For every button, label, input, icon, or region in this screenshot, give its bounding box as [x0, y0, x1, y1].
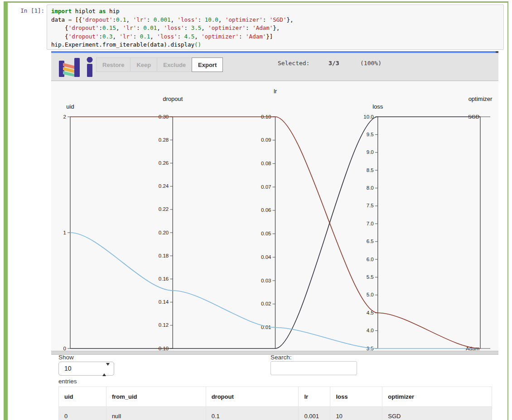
axis-lr: lr0.100.090.080.070.060.050.040.030.020.… [261, 88, 277, 348]
axis-tick-label: 0.06 [261, 207, 271, 213]
code-token: 4.5 [184, 33, 195, 40]
column-header-from_uid[interactable]: from_uid [106, 387, 206, 407]
logo-i-bar [87, 64, 92, 77]
selected-count: 3/3 [328, 60, 339, 67]
axis-tick-label: 1 [63, 230, 66, 235]
axis-title-loss[interactable]: loss [372, 103, 383, 110]
table-header-row: uidfrom_uiddropoutlrlossoptimizer [59, 387, 492, 407]
axis-tick-label: 0.24 [159, 183, 169, 189]
axis-optimizer: optimizerSGDAdam [466, 95, 493, 351]
show-label: Show [58, 354, 74, 361]
entries-label: entries [58, 378, 77, 385]
code-token: 'dropout' [68, 24, 99, 31]
code-token: import [51, 8, 72, 14]
code-line: {'dropout':0.3, 'lr': 0.1, 'loss': 4.5, … [51, 33, 499, 41]
axis-tick-label: 10.0 [363, 114, 373, 119]
axis-title-dropout[interactable]: dropout [163, 95, 183, 102]
code-token: () [194, 41, 201, 48]
selected-label: Selected: [278, 60, 309, 67]
code-token: 'Adam' [252, 24, 273, 31]
code-line: data = [{'dropout':0.1, 'lr': 0.001, 'lo… [51, 16, 499, 24]
axis-tick-label: 6.5 [367, 239, 374, 244]
code-token: : [246, 24, 252, 31]
axis-title-uid[interactable]: uid [66, 103, 74, 110]
page-size-select[interactable]: 10 [58, 362, 114, 376]
toolbar-button-group: Restore Keep Exclude Export [96, 57, 223, 72]
parallel-coordinates-plot: uid210dropout0.300.280.260.240.220.200.1… [51, 81, 498, 351]
code-token: 'optimizer' [208, 24, 246, 31]
code-token: 'lr' [133, 16, 147, 23]
code-token: : [239, 33, 246, 40]
logo-h-right-bar [74, 58, 80, 77]
axis-tick-label: 0.18 [159, 253, 169, 258]
column-header-uid[interactable]: uid [59, 387, 106, 407]
logo-i-dot [87, 57, 93, 63]
axis-tick-label: 0.04 [261, 254, 271, 260]
axis-tick-label: 0.05 [261, 231, 271, 236]
code-token: 0.1 [116, 16, 126, 23]
code-token: , [201, 24, 208, 31]
code-token: 0.3 [102, 33, 113, 40]
axis-tick-label: 9.5 [367, 132, 374, 137]
axis-tick-label: 0.03 [261, 278, 271, 283]
code-line: {'dropout':0.15, 'lr': 0.01, 'loss': 3.5… [51, 24, 499, 33]
code-token: 'dropout' [68, 33, 99, 40]
code-line: hip.Experiment.from_iterable(data).displ… [51, 41, 499, 49]
axis-tick-label: 5.5 [367, 274, 374, 280]
code-editor[interactable]: import hiplot as hipdata = [{'dropout':0… [47, 5, 504, 50]
table-cell: 10 [330, 407, 382, 420]
code-token: }, [273, 24, 280, 31]
table-cell: SGD [382, 407, 492, 420]
search-input[interactable] [270, 361, 357, 375]
code-token: , [112, 33, 119, 40]
selected-percent: (100%) [360, 60, 382, 67]
axis-tick-label: 0.26 [159, 160, 169, 166]
code-token: , [116, 24, 123, 31]
spinner-up-arrow-icon [102, 366, 106, 376]
code-token: { [51, 24, 68, 31]
code-line: import hiplot as hip [51, 7, 499, 16]
code-token: 'loss' [157, 33, 177, 40]
axis-tick-label: 0.02 [261, 301, 271, 306]
hiplot-logo [59, 57, 96, 77]
exclude-button[interactable]: Exclude [157, 57, 192, 72]
spinner-down-arrow-icon [106, 363, 110, 373]
code-token: : [136, 24, 143, 31]
axis-tick-label: 7.5 [367, 203, 374, 208]
axis-tick-label: 7.0 [367, 221, 374, 226]
column-header-dropout[interactable]: dropout [206, 387, 299, 407]
code-token: [{ [72, 16, 82, 23]
code-token: 'Adam' [246, 33, 266, 40]
hiplot-toolbar: Restore Keep Exclude Export Selected: 3/… [51, 53, 498, 81]
code-token: 'optimizer' [225, 16, 263, 23]
table-row[interactable]: 0null0.10.00110SGD [59, 407, 492, 420]
axis-tick-label: 0.08 [261, 161, 271, 166]
code-token: { [51, 33, 68, 40]
restore-button[interactable]: Restore [96, 57, 130, 72]
code-token: hip [106, 8, 119, 14]
code-token: }] [266, 33, 273, 40]
axis-tick-label: 0.12 [159, 322, 169, 328]
export-button[interactable]: Export [192, 57, 223, 72]
code-token: 'optimizer' [201, 33, 239, 40]
axis-loss: loss10.09.59.08.58.07.57.06.56.05.55.04.… [363, 103, 383, 351]
code-token: : [178, 33, 184, 40]
code-token: 'lr' [120, 33, 133, 40]
axis-tick-label: 0.20 [159, 230, 169, 235]
axis-tick-label: 8.5 [367, 167, 374, 173]
code-token: , [194, 33, 201, 40]
code-token: as [99, 8, 106, 14]
axis-tick-label: 0.16 [159, 276, 169, 282]
column-header-loss[interactable]: loss [330, 387, 382, 407]
frame-border-top [4, 1, 508, 3]
code-token: 0.001 [154, 16, 171, 23]
select-spinner-icon [102, 366, 110, 374]
code-token: 'loss' [164, 24, 184, 31]
code-token: , [126, 16, 133, 23]
axis-title-optimizer[interactable]: optimizer [469, 95, 493, 102]
axis-title-lr[interactable]: lr [274, 88, 277, 95]
code-token: 0.1 [140, 33, 150, 40]
column-header-lr[interactable]: lr [299, 387, 330, 407]
column-header-optimizer[interactable]: optimizer [382, 387, 492, 407]
keep-button[interactable]: Keep [130, 57, 157, 72]
